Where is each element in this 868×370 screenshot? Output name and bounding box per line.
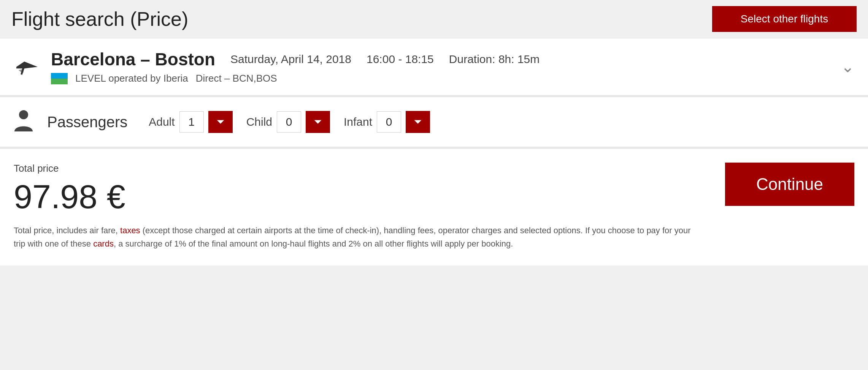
flight-direct: Direct – BCN,BOS bbox=[196, 73, 277, 84]
flight-route: Barcelona – Boston bbox=[51, 49, 215, 70]
passengers-label: Passengers bbox=[47, 114, 127, 131]
child-passenger-group: Child 0 bbox=[246, 111, 330, 133]
page-title: Flight search (Price) bbox=[11, 8, 188, 30]
adult-dropdown-button[interactable] bbox=[208, 111, 233, 133]
child-dropdown-button[interactable] bbox=[306, 111, 330, 133]
infant-passenger-group: Infant 0 bbox=[344, 111, 430, 133]
svg-point-0 bbox=[19, 110, 28, 119]
price-note-after-cards: , a surcharge of 1% of the final amount … bbox=[114, 239, 513, 248]
flight-operator-row: LEVEL operated by Iberia Direct – BCN,BO… bbox=[51, 73, 830, 84]
price-note-before-taxes: Total price, includes air fare, bbox=[14, 226, 120, 235]
passengers-section: Passengers Adult 1 Child 0 Infant 0 bbox=[0, 97, 868, 149]
infant-dropdown-button[interactable] bbox=[406, 111, 430, 133]
flight-operator: LEVEL operated by Iberia bbox=[75, 73, 188, 84]
level-logo bbox=[51, 73, 68, 84]
infant-count: 0 bbox=[377, 111, 401, 133]
price-note: Total price, includes air fare, taxes (e… bbox=[14, 224, 698, 250]
flight-info-section: Barcelona – Boston Saturday, April 14, 2… bbox=[0, 38, 868, 97]
header: Flight search (Price) Select other fligh… bbox=[0, 0, 868, 38]
flight-date: Saturday, April 14, 2018 bbox=[230, 53, 351, 66]
flight-route-row: Barcelona – Boston Saturday, April 14, 2… bbox=[51, 49, 830, 70]
adult-passenger-group: Adult 1 bbox=[149, 111, 232, 133]
cards-link[interactable]: cards bbox=[93, 239, 114, 248]
flight-time: 16:00 - 18:15 bbox=[367, 53, 434, 66]
child-chevron-icon bbox=[313, 117, 323, 127]
child-count: 0 bbox=[277, 111, 301, 133]
adult-chevron-icon bbox=[215, 117, 226, 127]
price-section: Total price 97.98 € Total price, include… bbox=[0, 149, 868, 266]
infant-label: Infant bbox=[344, 115, 372, 128]
flight-row: Barcelona – Boston Saturday, April 14, 2… bbox=[14, 49, 854, 84]
plane-icon bbox=[14, 55, 40, 78]
flight-expand-chevron-icon[interactable]: ⌄ bbox=[841, 57, 854, 76]
taxes-link[interactable]: taxes bbox=[120, 226, 140, 235]
adult-label: Adult bbox=[149, 115, 175, 128]
flight-main-info: Barcelona – Boston Saturday, April 14, 2… bbox=[51, 49, 830, 84]
continue-button[interactable]: Continue bbox=[725, 163, 854, 206]
person-icon bbox=[14, 109, 33, 134]
passengers-row: Passengers Adult 1 Child 0 Infant 0 bbox=[14, 109, 854, 134]
adult-count: 1 bbox=[179, 111, 204, 133]
select-other-flights-button[interactable]: Select other flights bbox=[712, 6, 857, 32]
infant-chevron-icon bbox=[413, 117, 423, 127]
child-label: Child bbox=[246, 115, 272, 128]
flight-duration: Duration: 8h: 15m bbox=[449, 53, 540, 66]
